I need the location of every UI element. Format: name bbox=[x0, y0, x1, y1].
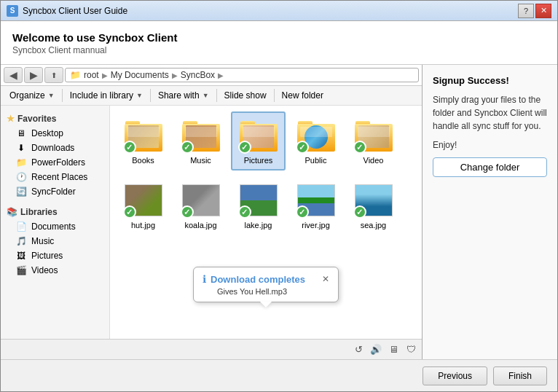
file-item-music-folder[interactable]: ✓ Music bbox=[173, 111, 228, 170]
bc-arrow-2: ▶ bbox=[172, 71, 178, 79]
refresh-tray-icon[interactable]: ↺ bbox=[352, 343, 365, 356]
favorites-section[interactable]: ★ Favorites bbox=[1, 111, 109, 126]
hut-check: ✓ bbox=[123, 205, 136, 219]
file-item-river[interactable]: ✓ river.jpg bbox=[288, 176, 343, 235]
notif-close-button[interactable]: ✕ bbox=[322, 274, 329, 284]
toolbar-sep-3 bbox=[216, 89, 217, 102]
title-bar: S Syncbox Client User Guide ? ✕ bbox=[1, 1, 557, 21]
bottom-bar: Previous Finish bbox=[1, 359, 557, 391]
signup-panel: Signup Success! Simply drag your files t… bbox=[423, 65, 557, 359]
books-name: Books bbox=[132, 156, 154, 165]
libraries-section[interactable]: 📚 Libraries bbox=[1, 205, 109, 219]
libraries-label: Libraries bbox=[20, 207, 58, 217]
star-icon: ★ bbox=[7, 114, 15, 124]
previous-button[interactable]: Previous bbox=[423, 366, 487, 385]
desktop-label: Desktop bbox=[31, 128, 63, 138]
file-item-video[interactable]: ✓ Video bbox=[346, 111, 401, 170]
music-folder-wrapper: ✓ bbox=[181, 117, 221, 154]
file-item-lake[interactable]: ✓ lake.jpg bbox=[231, 176, 286, 235]
sidebar-item-powerfolders[interactable]: 📁 PowerFolders bbox=[1, 155, 109, 170]
volume-tray-icon[interactable]: 🔊 bbox=[369, 343, 382, 356]
downloads-label: Downloads bbox=[31, 143, 74, 153]
explorer-panel: ◀ ▶ ⬆ 📁 root ▶ My Documents ▶ SyncBox ▶ … bbox=[1, 65, 423, 359]
forward-button[interactable]: ▶ bbox=[24, 67, 43, 83]
sidebar-item-downloads[interactable]: ⬇ Downloads bbox=[1, 141, 109, 155]
share-label: Share with bbox=[158, 90, 200, 101]
include-label: Include in library bbox=[70, 90, 133, 101]
video-wrapper: ✓ bbox=[353, 117, 394, 154]
file-item-pictures-folder[interactable]: ✓ Pictures bbox=[231, 111, 286, 170]
public-name: Public bbox=[305, 156, 327, 165]
sidebar-item-recent-places[interactable]: 🕐 Recent Places bbox=[1, 170, 109, 184]
breadcrumb[interactable]: 📁 root ▶ My Documents ▶ SyncBox ▶ bbox=[65, 68, 419, 82]
file-item-books[interactable]: ✓ Books bbox=[116, 111, 170, 170]
sidebar-item-syncfolder[interactable]: 🔄 SyncFolder bbox=[1, 184, 109, 199]
pictures-folder-name: Pictures bbox=[244, 156, 273, 165]
new-folder-button[interactable]: New folder bbox=[276, 88, 329, 103]
powerfolders-icon: 📁 bbox=[15, 157, 27, 168]
window-controls: ? ✕ bbox=[518, 4, 551, 18]
music-label: Music bbox=[31, 236, 54, 246]
recent-places-icon: 🕐 bbox=[15, 171, 27, 183]
bc-arrow-3: ▶ bbox=[218, 71, 224, 79]
explorer-body: ★ Favorites 🖥 Desktop ⬇ Downloads 📁 Powe… bbox=[1, 106, 422, 339]
organize-label: Organize bbox=[9, 90, 45, 101]
libraries-icon: 📚 bbox=[7, 207, 17, 217]
slide-show-button[interactable]: Slide show bbox=[219, 88, 272, 103]
address-bar: ◀ ▶ ⬆ 📁 root ▶ My Documents ▶ SyncBox ▶ bbox=[1, 65, 422, 86]
sea-check: ✓ bbox=[353, 205, 366, 219]
toolbar-sep-2 bbox=[150, 89, 151, 102]
lake-check: ✓ bbox=[238, 205, 251, 219]
bc-root[interactable]: root bbox=[84, 70, 99, 80]
file-item-koala[interactable]: ✓ koala.jpg bbox=[173, 176, 228, 235]
signup-title: Signup Success! bbox=[433, 75, 547, 86]
up-button[interactable]: ⬆ bbox=[44, 67, 63, 83]
public-check: ✓ bbox=[296, 141, 309, 154]
organize-button[interactable]: Organize ▼ bbox=[4, 88, 60, 103]
public-wrapper: ✓ bbox=[296, 117, 337, 154]
bc-syncbox[interactable]: SyncBox bbox=[181, 70, 215, 80]
river-wrapper: ✓ bbox=[296, 182, 337, 219]
bc-my-documents[interactable]: My Documents bbox=[111, 70, 169, 80]
notif-header: ℹ Download completes ✕ bbox=[203, 273, 329, 285]
sea-wrapper: ✓ bbox=[353, 182, 394, 219]
file-item-sea[interactable]: ✓ sea.jpg bbox=[346, 176, 401, 235]
share-with-button[interactable]: Share with ▼ bbox=[152, 88, 215, 103]
lake-wrapper: ✓ bbox=[238, 182, 279, 219]
books-check: ✓ bbox=[123, 141, 136, 154]
sidebar-item-pictures[interactable]: 🖼 Pictures bbox=[1, 248, 109, 263]
music-folder-check: ✓ bbox=[181, 141, 194, 154]
sidebar-item-desktop[interactable]: 🖥 Desktop bbox=[1, 126, 109, 141]
hut-name: hut.jpg bbox=[131, 221, 155, 230]
bc-arrow-1: ▶ bbox=[102, 71, 108, 79]
sidebar-item-documents[interactable]: 📄 Documents bbox=[1, 219, 109, 234]
shield-tray-icon[interactable]: 🛡 bbox=[404, 343, 417, 356]
back-button[interactable]: ◀ bbox=[4, 67, 23, 83]
file-area[interactable]: ✓ Books bbox=[110, 106, 422, 339]
include-in-library-button[interactable]: Include in library ▼ bbox=[64, 88, 149, 103]
close-button[interactable]: ✕ bbox=[535, 4, 551, 18]
download-notification: ℹ Download completes ✕ Gives You Hell.mp… bbox=[193, 267, 339, 302]
river-check: ✓ bbox=[296, 205, 309, 219]
video-check: ✓ bbox=[353, 141, 366, 154]
powerfolders-label: PowerFolders bbox=[31, 157, 85, 168]
slideshow-label: Slide show bbox=[224, 90, 267, 101]
window-title: Syncbox Client User Guide bbox=[23, 6, 514, 16]
nav-sidebar: ★ Favorites 🖥 Desktop ⬇ Downloads 📁 Powe… bbox=[1, 106, 110, 339]
sidebar-item-videos[interactable]: 🎬 Videos bbox=[1, 263, 109, 278]
koala-check: ✓ bbox=[181, 205, 194, 219]
monitor-tray-icon[interactable]: 🖥 bbox=[387, 343, 400, 356]
folder-icon-small: 📁 bbox=[70, 70, 81, 80]
file-item-public[interactable]: ✓ Public bbox=[288, 111, 343, 170]
file-item-hut[interactable]: ✓ hut.jpg bbox=[116, 176, 170, 235]
file-grid: ✓ Books bbox=[116, 111, 416, 170]
pictures-label: Pictures bbox=[31, 251, 63, 261]
signup-enjoy: Enjoy! bbox=[433, 140, 547, 150]
finish-button[interactable]: Finish bbox=[493, 366, 547, 385]
video-name: Video bbox=[364, 156, 384, 165]
change-folder-button[interactable]: Change folder bbox=[433, 157, 547, 177]
help-button[interactable]: ? bbox=[518, 4, 534, 18]
sidebar-item-music[interactable]: 🎵 Music bbox=[1, 234, 109, 248]
toolbar-sep-1 bbox=[62, 89, 63, 102]
explorer-statusbar: ↺ 🔊 🖥 🛡 bbox=[1, 339, 422, 359]
